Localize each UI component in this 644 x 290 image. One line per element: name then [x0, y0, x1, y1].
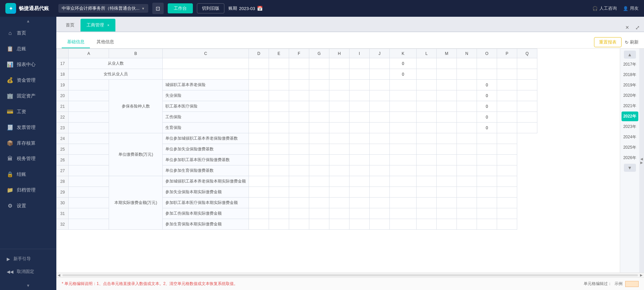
cell-19-B[interactable]: 参保各险种人数 [109, 80, 163, 133]
cell-17-I[interactable] [350, 58, 370, 69]
cell-19-J[interactable] [370, 80, 390, 90]
cell-17-F[interactable] [289, 58, 309, 69]
year-item-2017[interactable]: 2017年 [622, 60, 638, 69]
refresh-button[interactable]: ↻ 刷新 [625, 39, 639, 45]
cell-18-Q[interactable] [517, 69, 537, 80]
cell-19-Q[interactable] [517, 80, 537, 90]
cell-17-M[interactable] [437, 58, 457, 69]
cell-17-H[interactable] [329, 58, 350, 69]
cell-18-O[interactable] [477, 69, 497, 80]
sidebar-item-reports[interactable]: 📊 报表中心 [0, 57, 56, 72]
switch-version-button[interactable]: 切到旧版 [197, 3, 224, 13]
cell-17-E[interactable] [269, 58, 289, 69]
sub-tab-other[interactable]: 其他信息 [91, 36, 119, 48]
cell-17-Q[interactable] [517, 58, 537, 69]
sidebar-item-tax[interactable]: 🏛 税务管理 [0, 151, 56, 166]
spreadsheet-main[interactable]: A B C D E F G H I J K L [56, 49, 620, 273]
cell-18-A[interactable]: 女性从业人员 [69, 69, 163, 80]
sidebar-item-inventory[interactable]: 📦 库存核算 [0, 135, 56, 151]
year-item-2026[interactable]: 2026年 [622, 153, 638, 163]
year-item-2018[interactable]: 2018年 [622, 70, 638, 80]
scroll-track[interactable] [62, 274, 638, 276]
user-area[interactable]: 👤 用友 [623, 5, 639, 11]
horizontal-scrollbar[interactable]: ◀ ▶ [56, 273, 644, 277]
cell-17-G[interactable] [309, 58, 329, 69]
cell-19-H[interactable] [329, 80, 350, 90]
year-item-2020[interactable]: 2020年 [622, 91, 638, 100]
sidebar-item-funds[interactable]: 💰 资金管理 [0, 72, 56, 88]
cell-17-K[interactable]: 0 [390, 58, 417, 69]
window-expand-button[interactable]: ⤢ [633, 23, 641, 31]
company-icon-btn[interactable]: ⊡ [152, 3, 164, 14]
sidebar-item-assets[interactable]: 🏢 固定资产 [0, 88, 56, 104]
company-selector[interactable]: 中审众环会计师事务所（特殊普通合伙... ▼ [58, 4, 148, 13]
cell-18-K[interactable]: 0 [390, 69, 417, 80]
year-item-2022[interactable]: 2022年 [622, 112, 638, 121]
cell-19-C[interactable]: 城镇职工基本养老保险 [163, 80, 249, 90]
cell-19-K[interactable] [390, 80, 417, 90]
scroll-right-btn[interactable]: ▶ [639, 273, 644, 278]
sidebar-scroll-up[interactable]: ▲ [0, 17, 56, 25]
year-nav-up[interactable]: ▲ [624, 51, 636, 59]
cell-18-N[interactable] [457, 69, 477, 80]
sidebar-item-archive[interactable]: 📁 归档管理 [0, 182, 56, 198]
cell-19-A[interactable] [69, 80, 109, 90]
year-item-2019[interactable]: 2019年 [622, 80, 638, 90]
sub-tab-basic[interactable]: 基础信息 [62, 36, 90, 48]
sidebar-item-settings[interactable]: ⚙ 设置 [0, 198, 56, 214]
cell-17-P[interactable] [497, 58, 517, 69]
tab-close-icon[interactable]: × [107, 23, 109, 27]
sidebar-unpin[interactable]: ◀◀ 取消固定 [0, 265, 56, 278]
year-item-2024[interactable]: 2024年 [622, 132, 638, 142]
sidebar-item-closing[interactable]: 🔒 结账 [0, 166, 56, 182]
workbench-button[interactable]: 工作台 [168, 3, 193, 13]
cell-18-F[interactable] [289, 69, 309, 80]
right-panel-toggle[interactable]: ◀ ▶ [639, 49, 644, 273]
cell-19-G[interactable] [309, 80, 329, 90]
cell-19-D[interactable] [249, 80, 269, 90]
cell-18-G[interactable] [309, 69, 329, 80]
cell-19-O[interactable]: 0 [477, 80, 497, 90]
sidebar-item-payroll[interactable]: 💳 工资 [0, 104, 56, 120]
year-item-2025[interactable]: 2025年 [622, 143, 638, 152]
year-item-2023[interactable]: 2023年 [622, 122, 638, 132]
cell-19-F[interactable] [289, 80, 309, 90]
cell-17-C[interactable] [163, 58, 249, 69]
cell-17-O[interactable] [477, 58, 497, 69]
window-close-button[interactable]: × [623, 23, 631, 31]
cell-18-L[interactable] [417, 69, 437, 80]
cell-20-A[interactable] [69, 90, 109, 101]
tab-home[interactable]: 首页 [60, 19, 80, 31]
cell-18-M[interactable] [437, 69, 457, 80]
calendar-icon[interactable]: 📅 [257, 6, 263, 11]
cell-17-J[interactable] [370, 58, 390, 69]
cell-20-C[interactable]: 失业保险 [163, 90, 249, 101]
cell-19-N[interactable] [457, 80, 477, 90]
sidebar-item-invoice[interactable]: 🧾 发票管理 [0, 120, 56, 135]
tab-business-management[interactable]: 工商管理 × [80, 19, 115, 31]
cell-18-I[interactable] [350, 69, 370, 80]
cell-17-L[interactable] [417, 58, 437, 69]
reset-report-button[interactable]: 重置报表 [594, 37, 622, 47]
cell-17-D[interactable] [249, 58, 269, 69]
cell-18-P[interactable] [497, 69, 517, 80]
ai-consultation[interactable]: 🎧 人工咨询 [592, 5, 617, 11]
scroll-left-btn[interactable]: ◀ [56, 273, 62, 278]
sidebar-scroll-down[interactable]: ▼ [0, 281, 56, 290]
cell-18-C[interactable] [163, 69, 249, 80]
sidebar-new-guide[interactable]: ▶ 新手引导 [0, 252, 56, 265]
cell-17-N[interactable] [457, 58, 477, 69]
cell-18-H[interactable] [329, 69, 350, 80]
cell-17-A[interactable]: 从业人数 [69, 58, 163, 69]
sidebar-item-home[interactable]: ⌂ 首页 [0, 25, 56, 41]
year-nav-down[interactable]: ▼ [624, 164, 636, 172]
cell-18-D[interactable] [249, 69, 269, 80]
cell-19-L[interactable] [417, 80, 437, 90]
cell-19-M[interactable] [437, 80, 457, 90]
cell-19-I[interactable] [350, 80, 370, 90]
cell-18-J[interactable] [370, 69, 390, 80]
cell-18-E[interactable] [269, 69, 289, 80]
cell-19-E[interactable] [269, 80, 289, 90]
cell-19-P[interactable] [497, 80, 517, 90]
year-item-2021[interactable]: 2021年 [622, 101, 638, 111]
